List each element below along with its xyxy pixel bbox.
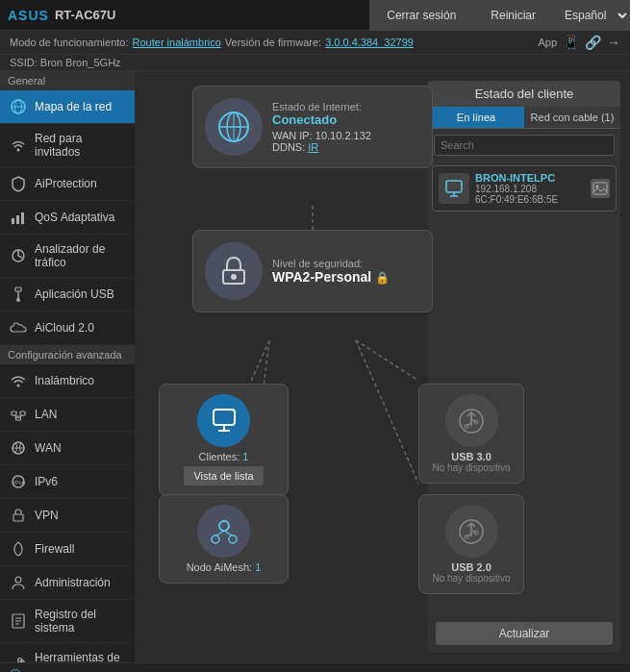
sidebar-item-lan[interactable]: LAN xyxy=(0,398,135,432)
ddns-row: DDNS: IR xyxy=(272,141,371,153)
modo-value[interactable]: Router inalámbrico xyxy=(133,37,221,48)
info-bar: Modo de funcionamiento: Router inalámbri… xyxy=(0,31,630,55)
client-image-button[interactable] xyxy=(591,179,610,198)
version-label: Versión de firmware: xyxy=(225,37,321,48)
lock-icon: 🔒 xyxy=(375,271,390,285)
internet-icon-circle xyxy=(205,98,263,156)
client-search-input[interactable] xyxy=(434,135,615,156)
sidebar-item-aicloud[interactable]: AiCloud 2.0 xyxy=(0,311,135,345)
update-button[interactable]: Actualizar xyxy=(436,622,613,645)
sidebar-item-registro[interactable]: Registro del sistema xyxy=(0,600,135,643)
sidebar-item-app-usb[interactable]: Aplicación USB xyxy=(0,278,135,311)
app-icon-1[interactable]: 📱 xyxy=(563,35,579,50)
sidebar-item-firewall[interactable]: Firewall xyxy=(0,533,135,566)
client-info: BRON-INTELPC 192.168.1.208 6C:F0:49:E6:6… xyxy=(475,172,585,205)
usb-icon xyxy=(10,286,27,303)
app-label: App xyxy=(538,37,557,48)
security-label: Nivel de seguridad: xyxy=(272,258,390,269)
app-icon-3[interactable]: → xyxy=(607,35,620,50)
svg-point-62 xyxy=(596,186,599,188)
language-select[interactable]: Español xyxy=(553,0,630,31)
sidebar-label-inalambrico: Inalámbrico xyxy=(35,374,94,387)
sidebar-item-inalambrico[interactable]: Inalámbrico xyxy=(0,364,135,398)
client-tabs: En línea Red con cable (1) xyxy=(428,107,620,129)
svg-line-9 xyxy=(18,256,22,258)
tools-icon xyxy=(10,656,27,662)
logo-area: ASUS RT-AC67U xyxy=(0,8,123,23)
ssid-label: SSID: xyxy=(10,57,38,68)
client-panel-title: Estado del cliente xyxy=(428,81,620,107)
header-buttons: Cerrar sesión Reiniciar Español xyxy=(369,0,630,31)
ddns-value[interactable]: IR xyxy=(308,141,318,153)
wifi-icon xyxy=(10,137,27,154)
sidebar-label-firewall: Firewall xyxy=(35,542,74,556)
aimesh-label-row: Nodo AiMesh: 1 xyxy=(187,561,262,573)
sidebar-item-mapa-red[interactable]: Mapa de la red xyxy=(0,90,135,124)
reiniciar-button[interactable]: Reiniciar xyxy=(473,0,553,31)
diagram-container: Estado de Internet: Conectado WAN IP: 10… xyxy=(144,81,418,653)
internet-status-info: Estado de Internet: Conectado WAN IP: 10… xyxy=(272,101,371,153)
clients-count: 1 xyxy=(242,451,248,462)
usb2-node: USB 2.0 No hay dispositivo xyxy=(418,494,524,594)
sidebar-item-analizador[interactable]: Analizador de tráfico xyxy=(0,235,135,278)
svg-text:IPv6: IPv6 xyxy=(13,480,26,485)
clients-icon-circle xyxy=(197,394,250,447)
wan-ip-label: WAN IP: xyxy=(272,130,313,141)
sidebar-item-herramientas[interactable]: Herramientas de red xyxy=(0,643,135,662)
app-icon-2[interactable]: 🔗 xyxy=(585,35,601,50)
svg-rect-52 xyxy=(465,425,468,428)
sidebar-label-aiprotection: AiProtection xyxy=(35,177,97,190)
svg-point-44 xyxy=(212,535,219,543)
client-ip: 192.168.1.208 xyxy=(475,184,585,194)
sidebar-label-registro: Registro del sistema xyxy=(35,608,125,635)
sidebar-item-red-invitados[interactable]: Red para invitados xyxy=(0,124,135,167)
sidebar-item-wan[interactable]: WAN xyxy=(0,432,135,465)
content-area: Estado de Internet: Conectado WAN IP: 10… xyxy=(135,71,630,662)
sidebar-item-qos[interactable]: QoS Adaptativa xyxy=(0,201,135,235)
traffic-icon xyxy=(10,247,27,264)
clients-label-row: Clientes: 1 xyxy=(199,451,249,462)
qos-icon xyxy=(10,209,27,226)
security-value: WPA2-Personal 🔒 xyxy=(272,269,390,285)
sidebar-label-lan: LAN xyxy=(35,408,57,421)
wan-icon xyxy=(10,439,27,457)
svg-line-32 xyxy=(356,340,418,384)
sidebar-item-vpn[interactable]: VPN xyxy=(0,499,135,533)
clients-node: Clientes: 1 Vista de lista xyxy=(159,384,289,496)
ipv6-icon: IPv6 xyxy=(10,473,27,490)
help-icon: ⓘ xyxy=(10,667,21,672)
svg-line-47 xyxy=(224,531,232,535)
client-device-icon xyxy=(439,173,469,204)
usb3-label: USB 3.0 xyxy=(451,451,491,462)
svg-rect-5 xyxy=(16,215,19,224)
modo-label: Modo de funcionamiento: xyxy=(10,37,129,48)
ssid2-value[interactable]: Bron_5GHz xyxy=(65,57,120,68)
firewall-icon xyxy=(10,540,27,558)
svg-line-46 xyxy=(216,531,224,535)
svg-rect-15 xyxy=(20,411,25,415)
vista-lista-button[interactable]: Vista de lista xyxy=(184,466,263,485)
aimesh-count: 1 xyxy=(255,561,261,573)
avanzada-section-label: Configuración avanzada xyxy=(0,345,135,364)
usb3-icon-circle xyxy=(445,394,498,447)
bottom-bar: ⓘ Help & Soporte técnico Manual | Utilid… xyxy=(0,662,630,672)
sidebar-item-ipv6[interactable]: IPv6 IPv6 xyxy=(0,465,135,499)
ssid-bar: SSID: Bron Bron_5GHz xyxy=(0,55,630,71)
tab-online[interactable]: En línea xyxy=(428,107,524,129)
ssid-value[interactable]: Bron xyxy=(40,57,63,68)
sidebar-item-aiprotection[interactable]: AiProtection xyxy=(0,167,135,201)
header: ASUS RT-AC67U Cerrar sesión Reiniciar Es… xyxy=(0,0,630,31)
firmware-version[interactable]: 3.0.0.4.384_32799 xyxy=(325,37,414,48)
network-map: Estado de Internet: Conectado WAN IP: 10… xyxy=(135,71,630,662)
svg-rect-14 xyxy=(12,411,16,415)
general-section-label: General xyxy=(0,71,135,90)
aimesh-icon-circle xyxy=(197,505,250,558)
svg-point-13 xyxy=(17,385,20,387)
tab-wired[interactable]: Red con cable (1) xyxy=(524,107,620,129)
sidebar-item-administracion[interactable]: Administración xyxy=(0,566,135,600)
usb2-status: No hay dispositivo xyxy=(432,573,510,584)
cerrar-sesion-button[interactable]: Cerrar sesión xyxy=(369,0,473,31)
client-item: BRON-INTELPC 192.168.1.208 6C:F0:49:E6:6… xyxy=(432,165,617,212)
internet-node: Estado de Internet: Conectado WAN IP: 10… xyxy=(192,86,433,168)
svg-rect-6 xyxy=(21,212,24,224)
